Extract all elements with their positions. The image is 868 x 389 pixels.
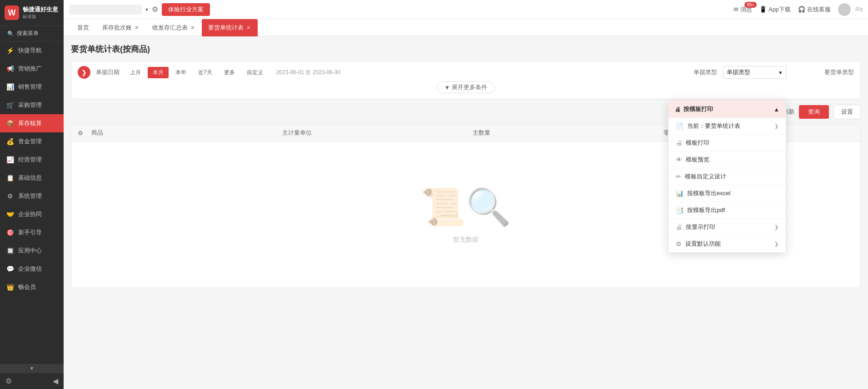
tab-receipts-summary[interactable]: 收发存汇总表✕ bbox=[146, 19, 202, 36]
date-btn-2[interactable]: 本年 bbox=[170, 67, 191, 78]
date-btn-4[interactable]: 更多 bbox=[219, 67, 240, 78]
expand-btn-row: ▼ 展开更多条件 bbox=[78, 79, 854, 94]
topbar-actions: ✉ 消息 99+ 📱 App下载 🎧 在线客服 Rit bbox=[733, 3, 863, 16]
sidebar-bottom: ⚙ ◀ bbox=[0, 373, 64, 389]
order-type-label: 要货单类型 bbox=[824, 68, 854, 76]
expand-icon: ▼ bbox=[444, 84, 450, 91]
nav-icon-sales: 📊 bbox=[5, 82, 15, 91]
print-item-template-design[interactable]: ✏ 模板自定义设计 bbox=[668, 168, 786, 185]
item-icon-default-func: ⚙ bbox=[676, 240, 682, 248]
user-name: Rit bbox=[855, 6, 863, 13]
print-item-export-excel[interactable]: 📊 按模板导出excel bbox=[668, 185, 786, 202]
print-dropdown-icon: 🖨 bbox=[675, 106, 681, 113]
main-content: ▾ ⚙ 体验行业方案 ✉ 消息 99+ 📱 App下载 🎧 在线客服 Rit bbox=[64, 0, 868, 389]
filter-nav-icon[interactable]: ❯ bbox=[78, 66, 90, 79]
tab-inventory-batch[interactable]: 库存批次账✕ bbox=[96, 19, 146, 36]
item-icon-template-preview: 👁 bbox=[676, 156, 682, 163]
item-arrow-current-template: ❯ bbox=[774, 123, 778, 129]
nav-icon-guide: 🎯 bbox=[5, 228, 15, 237]
expand-more-button[interactable]: ▼ 展开更多条件 bbox=[437, 81, 495, 93]
th-product: 商品 bbox=[91, 129, 282, 137]
sidebar-item-purchase[interactable]: 🛒 采购管理 bbox=[0, 96, 64, 114]
sidebar-scroll-down[interactable]: ▼ bbox=[0, 364, 64, 373]
date-filter-label: 单据日期 bbox=[96, 68, 120, 76]
tab-home[interactable]: 首页 bbox=[71, 19, 96, 36]
sidebar-item-member[interactable]: 👑 畅会员 bbox=[0, 278, 64, 296]
sidebar: W 畅捷通好生意 标准版 🔍 搜索菜单 ⚡ 快捷导航 📢 营销推广 📊 销售管理… bbox=[0, 0, 64, 389]
sidebar-item-finance[interactable]: 💰 资金管理 bbox=[0, 132, 64, 151]
type-select-value: 单据类型 bbox=[727, 68, 750, 76]
nav-label-guide: 新手引导 bbox=[18, 228, 42, 237]
topbar-search-input[interactable] bbox=[69, 5, 142, 15]
settings-icon[interactable]: ⚙ bbox=[5, 377, 12, 385]
messages-button[interactable]: ✉ 消息 99+ bbox=[733, 5, 752, 14]
sidebar-item-basic[interactable]: 📋 基础信息 bbox=[0, 169, 64, 187]
tab-close-order-stats[interactable]: ✕ bbox=[246, 25, 251, 31]
search-icon: 🔍 bbox=[7, 30, 14, 37]
promo-button[interactable]: 体验行业方案 bbox=[162, 3, 210, 16]
date-btn-3[interactable]: 近7天 bbox=[193, 67, 217, 78]
print-item-template-print[interactable]: 🖨 模板打印 bbox=[668, 135, 786, 152]
sidebar-item-operations[interactable]: 📈 经营管理 bbox=[0, 151, 64, 169]
nav-label-sales: 销售管理 bbox=[18, 83, 42, 91]
user-profile[interactable]: Rit bbox=[838, 3, 863, 16]
sidebar-item-collab[interactable]: 🤝 企业协同 bbox=[0, 205, 64, 223]
print-dropdown-close[interactable]: ▲ bbox=[773, 106, 779, 113]
tab-order-stats[interactable]: 要货单统计表✕ bbox=[202, 19, 258, 36]
topbar: ▾ ⚙ 体验行业方案 ✉ 消息 99+ 📱 App下载 🎧 在线客服 Rit bbox=[64, 0, 868, 19]
print-dropdown-header[interactable]: 🖨 按模板打印 ▲ bbox=[668, 101, 786, 118]
empty-text: 暂无数据 bbox=[453, 236, 479, 244]
sidebar-search[interactable]: 🔍 搜索菜单 bbox=[0, 26, 64, 41]
sidebar-item-marketing[interactable]: 📢 营销推广 bbox=[0, 60, 64, 78]
sidebar-item-system[interactable]: ⚙ 系统管理 bbox=[0, 187, 64, 205]
settings-button[interactable]: 设置 bbox=[833, 105, 861, 119]
tab-close-receipts-summary[interactable]: ✕ bbox=[190, 25, 195, 31]
sidebar-item-inventory[interactable]: 📦 库存核算 bbox=[0, 114, 64, 132]
nav-icon-apps: 🔲 bbox=[5, 246, 15, 255]
date-btn-1[interactable]: 本月 bbox=[148, 67, 169, 78]
nav-icon-finance: 💰 bbox=[5, 137, 15, 146]
sidebar-item-sales[interactable]: 📊 销售管理 bbox=[0, 78, 64, 96]
topbar-settings-icon[interactable]: ⚙ bbox=[152, 5, 158, 14]
print-item-export-pdf[interactable]: 📑 按模板导出pdf bbox=[668, 202, 786, 219]
tab-close-inventory-batch[interactable]: ✕ bbox=[135, 25, 139, 31]
nav-label-member: 畅会员 bbox=[18, 283, 36, 291]
sidebar-item-wechat[interactable]: 💬 企业微信 bbox=[0, 260, 64, 278]
service-icon: 🎧 bbox=[798, 6, 805, 13]
nav-icon-wechat: 💬 bbox=[5, 264, 15, 273]
nav-label-basic: 基础信息 bbox=[18, 174, 42, 182]
type-select-arrow: ▾ bbox=[779, 69, 782, 76]
nav-label-system: 系统管理 bbox=[18, 192, 42, 200]
brand-version: 标准版 bbox=[23, 14, 58, 20]
type-select[interactable]: 单据类型 ▾ bbox=[723, 66, 786, 79]
date-btn-0[interactable]: 上月 bbox=[125, 67, 146, 78]
tab-label-order-stats: 要货单统计表 bbox=[208, 24, 244, 32]
item-icon-export-excel: 📊 bbox=[676, 190, 683, 197]
date-btn-5[interactable]: 自定义 bbox=[242, 67, 268, 78]
print-item-display-print[interactable]: 🖨 按显示打印 ❯ bbox=[668, 219, 786, 236]
item-icon-template-print: 🖨 bbox=[676, 139, 682, 147]
nav-icon-inventory: 📦 bbox=[5, 119, 15, 128]
nav-icon-basic: 📋 bbox=[5, 173, 15, 182]
sidebar-item-apps[interactable]: 🔲 应用中心 bbox=[0, 242, 64, 260]
app-download-button[interactable]: 📱 App下载 bbox=[759, 5, 791, 14]
filter-card: ❯ 单据日期 上月本月本年近7天更多自定义 2023-06-01 至 2023-… bbox=[71, 61, 861, 99]
print-item-default-func[interactable]: ⚙ 设置默认功能 ❯ bbox=[668, 236, 786, 253]
filter-row-1: ❯ 单据日期 上月本月本年近7天更多自定义 2023-06-01 至 2023-… bbox=[78, 66, 854, 79]
print-item-template-preview[interactable]: 👁 模板预览 bbox=[668, 152, 786, 168]
page-area: 要货单统计表(按商品) ❯ 单据日期 上月本月本年近7天更多自定义 2023-0… bbox=[64, 36, 868, 389]
th-settings[interactable]: ⚙ bbox=[78, 130, 91, 136]
toggle-sidebar-icon[interactable]: ◀ bbox=[53, 377, 58, 385]
tab-label-receipts-summary: 收发存汇总表 bbox=[152, 24, 188, 32]
user-avatar bbox=[838, 3, 851, 16]
print-item-current-template[interactable]: 📄 当前：要货单统计表 ❯ bbox=[668, 118, 786, 135]
sidebar-item-guide[interactable]: 🎯 新手引导 bbox=[0, 223, 64, 242]
online-service-button[interactable]: 🎧 在线客服 bbox=[798, 5, 831, 14]
sidebar-item-quick-nav[interactable]: ⚡ 快捷导航 bbox=[0, 41, 64, 60]
query-button[interactable]: 查询 bbox=[799, 105, 829, 119]
topbar-dropdown-btn[interactable]: ▾ bbox=[145, 6, 148, 13]
item-icon-template-design: ✏ bbox=[676, 173, 681, 180]
nav-label-finance: 资金管理 bbox=[18, 137, 42, 146]
nav-label-collab: 企业协同 bbox=[18, 210, 42, 218]
nav-icon-member: 👑 bbox=[5, 283, 15, 292]
